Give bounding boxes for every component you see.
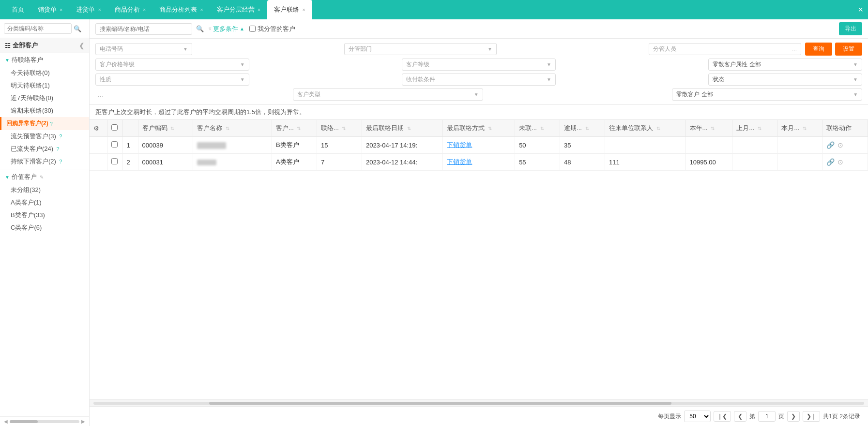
row1-link-icon[interactable]: 🔗 (826, 141, 835, 149)
select-all-checkbox[interactable] (111, 124, 118, 131)
close-product-analysis[interactable]: × (143, 7, 146, 13)
scroll-left-icon[interactable]: ◀ (4, 419, 8, 424)
status-filter[interactable]: 状态 ▼ (708, 73, 862, 86)
close-product-analysis-list[interactable]: × (200, 7, 203, 13)
row2-checkbox[interactable] (107, 154, 122, 171)
nav-customer-segmentation[interactable]: 客户分层经营 × (210, 0, 267, 19)
col-overdue[interactable]: 逾期... ⇅ (560, 120, 605, 137)
retail-customer-filter[interactable]: 零散客户 全部 ▼ (672, 88, 862, 101)
nav-customer-contact[interactable]: 客户联络 × (267, 0, 312, 19)
sidebar-all-customers[interactable]: ☷ 全部客户 ❮ (0, 38, 89, 53)
row1-checkbox[interactable] (107, 137, 122, 154)
close-customer-contact[interactable]: × (302, 7, 305, 13)
col-category[interactable]: 客户... ⇅ (272, 120, 317, 137)
row2-last-contact-method[interactable]: 下销货单 (443, 154, 515, 171)
nav-home[interactable]: 首页 (5, 0, 31, 19)
nav-sales-order[interactable]: 销货单 × (31, 0, 69, 19)
sidebar-search-input[interactable] (4, 23, 72, 34)
question-icon-3[interactable]: ? (56, 146, 59, 152)
sidebar-item-7days[interactable]: 近7天待联络(0) (0, 92, 89, 104)
collapse-icon[interactable]: ❮ (79, 42, 84, 49)
table-wrapper[interactable]: ⚙ 客户编码 ⇅ 客户名称 ⇅ (90, 120, 868, 399)
row1-grid-icon[interactable]: ⊙ (838, 141, 843, 149)
nav-product-analysis[interactable]: 商品分析 × (108, 0, 152, 19)
next-page-btn[interactable]: ❯ (787, 411, 800, 422)
sidebar-item-churn-warning[interactable]: 流失预警客户(3) ? (0, 130, 89, 143)
col-last-month[interactable]: 上月... ⇅ (732, 120, 777, 137)
scroll-right-icon[interactable]: ▶ (81, 419, 85, 424)
customer-level-filter[interactable]: 客户等级 ▼ (402, 59, 556, 71)
row2-grid-icon[interactable]: ⊙ (838, 158, 843, 166)
my-customer-checkbox-label[interactable]: 我分管的客户 (249, 25, 295, 33)
sidebar-search-area: 🔍 (0, 19, 89, 38)
last-page-btn[interactable]: ❯❘ (803, 411, 820, 422)
row2-link-icon[interactable]: 🔗 (826, 158, 835, 166)
phone-filter[interactable]: 电话号码 ▼ (95, 43, 192, 55)
manager-more-icon[interactable]: ... (792, 46, 797, 53)
col-customer-name[interactable]: 客户名称 ⇅ (193, 120, 272, 137)
horizontal-scroll-thumb (209, 402, 671, 405)
sidebar-item-today[interactable]: 今天待联络(0) (0, 67, 89, 79)
horizontal-scroll-track[interactable] (93, 402, 864, 405)
col-unit-contact[interactable]: 往来单位联系人 ⇅ (605, 120, 686, 137)
sidebar-scrollbar[interactable] (10, 420, 79, 423)
retail-attr-filter[interactable]: 零散客户属性 全部 ▼ (708, 59, 862, 71)
col-this-year[interactable]: 本年... ⇅ (685, 120, 732, 137)
close-sales-order[interactable]: × (60, 7, 62, 13)
settings-btn[interactable]: 设置 (835, 43, 862, 56)
col-this-month[interactable]: 本月... ⇅ (777, 120, 822, 137)
col-last-contact-method[interactable]: 最后联络方式 ⇅ (443, 120, 515, 137)
department-filter[interactable]: 分管部门 ▼ (344, 43, 497, 55)
price-level-filter[interactable]: 客户价格等级 ▼ (95, 59, 249, 71)
page-size-select[interactable]: 50 100 (684, 411, 711, 422)
gender-filter[interactable]: 性质 ▼ (95, 73, 249, 86)
sidebar-item-a-class[interactable]: A类客户(1) (0, 196, 89, 209)
sidebar-item-churned[interactable]: 已流失客户(24) ? (0, 143, 89, 155)
prev-page-btn[interactable]: ❮ (734, 411, 746, 422)
page-number-input[interactable] (758, 411, 776, 422)
col-customer-code[interactable]: 客户编码 ⇅ (138, 120, 193, 137)
sidebar-item-declining[interactable]: 持续下滑客户(2) ? (0, 155, 89, 168)
sidebar-bottom-scroll[interactable]: ◀ ▶ (0, 416, 89, 426)
col-last-contact-date[interactable]: 最后联络日期 ⇅ (362, 120, 442, 137)
horizontal-scrollbar-area[interactable] (90, 399, 868, 406)
question-icon-2[interactable]: ? (59, 133, 62, 139)
sidebar-item-c-class[interactable]: C类客户(6) (0, 221, 89, 234)
nav-product-analysis-list[interactable]: 商品分析列表 × (152, 0, 210, 19)
sidebar-item-overdue[interactable]: 逾期未联络(30) (0, 104, 89, 117)
sidebar-group-pending[interactable]: ▼ 待联络客户 (0, 53, 89, 67)
edit-group-icon[interactable]: ✎ (40, 175, 44, 180)
manager-filter[interactable]: 分管人员 ... (649, 43, 802, 55)
col-index (122, 120, 138, 137)
row1-unit-contact (605, 137, 686, 154)
sidebar-item-ungroup[interactable]: 未分组(32) (0, 184, 89, 196)
main-search-icon[interactable]: 🔍 (196, 25, 204, 32)
my-customer-checkbox[interactable] (249, 26, 256, 32)
customer-type-filter[interactable]: 客户类型 ▼ (293, 88, 483, 101)
close-purchase-order[interactable]: × (98, 7, 101, 13)
sidebar-item-repurchase-anomaly[interactable]: 回购异常客户(2) ? (0, 117, 89, 130)
row2-select-checkbox[interactable] (111, 158, 118, 164)
more-filter-dots[interactable]: ... (97, 90, 104, 99)
sidebar-search-icon[interactable]: 🔍 (74, 25, 81, 32)
row1-select-checkbox[interactable] (111, 141, 118, 147)
query-btn[interactable]: 查询 (805, 43, 832, 56)
sidebar-item-tomorrow[interactable]: 明天待联络(1) (0, 79, 89, 92)
row1-last-contact-method[interactable]: 下销货单 (443, 137, 515, 154)
export-btn[interactable]: 导出 (839, 22, 862, 35)
col-pending[interactable]: 未联... ⇅ (515, 120, 560, 137)
sidebar-group-value-customers[interactable]: ▼ 价值客户 ✎ (0, 170, 89, 184)
more-conditions-btn[interactable]: ▿ 更多条件 ▲ (209, 25, 244, 33)
sidebar-item-b-class[interactable]: B类客户(33) (0, 209, 89, 221)
main-search-input[interactable] (95, 23, 192, 35)
col-settings[interactable]: ⚙ (90, 120, 107, 137)
question-icon-4[interactable]: ? (59, 159, 62, 164)
close-customer-segmentation[interactable]: × (258, 7, 260, 13)
col-contact[interactable]: 联络... ⇅ (317, 120, 362, 137)
close-window-btn[interactable]: × (858, 5, 863, 15)
question-icon[interactable]: ? (50, 121, 53, 127)
nav-purchase-order[interactable]: 进货单 × (69, 0, 107, 19)
first-page-btn[interactable]: ❘❮ (714, 411, 731, 422)
sort-pending-icon: ⇅ (540, 126, 544, 131)
payment-filter[interactable]: 收付款条件 ▼ (402, 73, 556, 86)
